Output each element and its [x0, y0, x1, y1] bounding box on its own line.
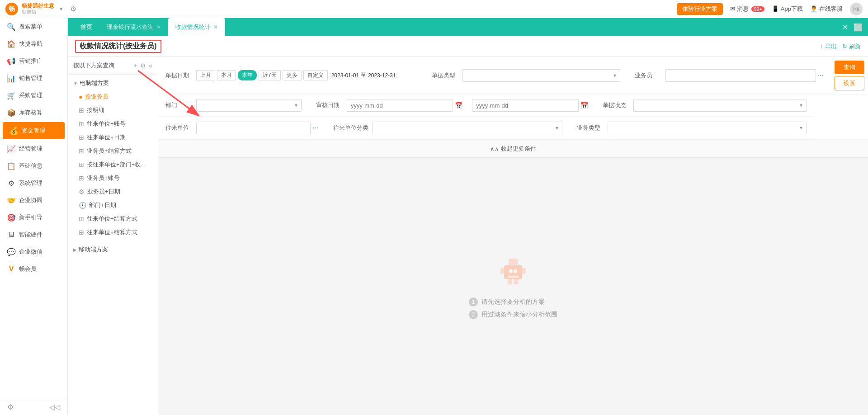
export-label: 导出	[825, 42, 837, 51]
calendar-from-icon[interactable]: 📅	[455, 102, 462, 109]
service-btn[interactable]: 👨‍💼 在线客服	[810, 5, 843, 13]
sidebar-item-label: 新手引导	[19, 213, 42, 222]
page-header: 收款情况统计(按业务员) ↑ 导出 ↻ 刷新	[68, 36, 868, 57]
scheme-item-counterpart-acct[interactable]: ⊞ 往来单位+账号	[68, 117, 158, 131]
date-btn-more[interactable]: 更多	[283, 70, 302, 80]
sidebar-item-quicknav[interactable]: 🏠 快捷导航	[0, 35, 67, 52]
audit-date-to[interactable]	[472, 99, 578, 112]
tab-stats-close[interactable]: ✕	[213, 24, 218, 30]
scheme-group-mobile: ▶ 移动端方案	[68, 241, 158, 258]
sidebar-item-member[interactable]: V 畅会员	[0, 260, 67, 278]
filter-salesman: 业务员 ···	[627, 57, 831, 94]
sidebar-item-wechat[interactable]: 💬 企业微信	[0, 243, 67, 260]
audit-date-from[interactable]	[347, 99, 453, 112]
sidebar-item-purchase[interactable]: 🛒 采购管理	[0, 87, 67, 104]
settings-btn[interactable]: 设置	[835, 76, 864, 90]
sidebar-item-enterprise[interactable]: 🤝 企业协同	[0, 192, 67, 209]
date-btn-this-month[interactable]: 本月	[217, 70, 236, 80]
filter-date: 单据日期 上月 本月 本年 近7天 更多 自定义 2023-01-01	[158, 57, 425, 94]
scheme-item-counterpart-date[interactable]: ⊞ 往来单位+日期	[68, 131, 158, 144]
download-btn[interactable]: 📱 App下载	[772, 5, 803, 13]
scheme-item-dept-date[interactable]: 🕐 部门+日期	[68, 198, 158, 212]
sidebar-item-label: 畅会员	[19, 265, 37, 273]
filter-dept: 部门 ▾	[158, 94, 309, 117]
sidebar-item-inventory[interactable]: 📦 库存核算	[0, 104, 67, 121]
empty-state: 1 请先选择要分析的方案 2 用过滤条件来缩小分析范围	[158, 158, 868, 415]
tab-bank-close[interactable]: ✕	[156, 24, 161, 30]
scheme-group-header-mobile[interactable]: ▶ 移动端方案	[68, 243, 158, 256]
scheme-settings-btn[interactable]: ⚙	[140, 62, 146, 69]
sidebar-item-sales[interactable]: 📊 销售管理	[0, 70, 67, 87]
date-btn-custom[interactable]: 自定义	[303, 70, 328, 80]
calendar-to-icon[interactable]: 📅	[580, 102, 588, 109]
top-bar-left: 畅 畅捷通好生意 标准版 ▾ ⚙	[5, 3, 76, 15]
scheme-item-detail[interactable]: ⊞ 按明细	[68, 104, 158, 117]
tab-home-label: 首页	[80, 23, 92, 31]
sidebar-item-search[interactable]: 🔍 搜索菜单	[0, 18, 67, 35]
date-btn-this-year[interactable]: 本年	[238, 70, 257, 80]
close-window-icon[interactable]: ✕	[842, 23, 848, 32]
scheme-item-salesman-date[interactable]: ⚙ 业务员+日期	[68, 185, 158, 198]
counterpart-more-btn[interactable]: ···	[312, 124, 318, 132]
sidebar-collapse-icon[interactable]: ◁◁	[49, 403, 60, 411]
group-expand-icon: ▼	[73, 81, 78, 86]
counterpart-category-label: 往来单位分类	[333, 124, 368, 132]
sidebar-item-guide[interactable]: 🎯 新手引导	[0, 209, 67, 226]
filter-row-3: 往来单位 ··· 往来单位分类 ▾	[158, 117, 868, 140]
counterpart-input[interactable]	[196, 122, 311, 134]
sidebar-item-operation[interactable]: 📈 经营管理	[0, 140, 67, 157]
settings-icon[interactable]: ⚙	[70, 5, 76, 13]
dropdown-icon[interactable]: ▾	[60, 5, 63, 12]
scheme-add-btn[interactable]: +	[134, 62, 137, 69]
scheme-item-label: 业务员+账号	[87, 174, 120, 182]
sidebar-bottom-settings-icon[interactable]: ⚙	[7, 403, 14, 411]
maximize-window-icon[interactable]: ⬜	[854, 23, 863, 32]
date-btn-7days[interactable]: 近7天	[259, 70, 281, 80]
counterpart-category-select[interactable]: ▾	[372, 122, 563, 134]
sidebar-item-hardware[interactable]: 🖥 智能硬件	[0, 226, 67, 243]
doc-type-select[interactable]: ▾	[462, 69, 621, 82]
biz-type-select[interactable]: ▾	[608, 122, 807, 134]
scheme-item-salesman-settle[interactable]: ⊞ 业务员+结算方式	[68, 144, 158, 158]
purchase-icon: 🛒	[7, 91, 15, 99]
scheme-item-icon: ⊞	[79, 215, 84, 222]
tab-stats-label: 收款情况统计	[175, 23, 211, 31]
scheme-group-label: 电脑端方案	[80, 79, 109, 87]
scheme-group-header-pc[interactable]: ▼ 电脑端方案	[68, 76, 158, 90]
dept-select[interactable]: ▾	[196, 99, 302, 112]
sidebar-item-label: 销售管理	[19, 74, 42, 82]
query-btn[interactable]: 查询	[835, 61, 864, 74]
tab-home[interactable]: 首页	[73, 18, 99, 36]
scheme-item-icon: ⊞	[79, 120, 84, 127]
trial-btn[interactable]: 体验行业方案	[677, 3, 723, 15]
user-avatar[interactable]: Rit	[850, 3, 863, 15]
scheme-group-label: 移动端方案	[79, 245, 108, 254]
scheme-item-counterpart-settle2[interactable]: ⊞ 往来单位+结算方式	[68, 226, 158, 239]
sidebar-item-system[interactable]: ⚙ 系统管理	[0, 174, 67, 192]
salesman-select[interactable]	[665, 69, 816, 82]
doc-type-label: 单据类型	[432, 71, 459, 80]
tab-bank[interactable]: 现金银行流水查询 ✕	[99, 18, 168, 36]
doc-status-select[interactable]: ▾	[633, 99, 807, 112]
collapse-bar[interactable]: ∧∧ 收起更多条件	[158, 140, 868, 157]
tab-stats[interactable]: 收款情况统计 ✕	[168, 18, 225, 36]
sidebar-item-finance[interactable]: 💰 资金管理	[3, 122, 65, 139]
audit-date-control: 📅 — 📅	[347, 99, 588, 112]
scheme-item-counterpart-dept[interactable]: ⊞ 按往来单位+部门+收...	[68, 158, 158, 171]
hint-num-2: 2	[469, 310, 478, 319]
sidebar-item-marketing[interactable]: 📢 营销推广	[0, 52, 67, 70]
salesman-more-btn[interactable]: ···	[818, 71, 824, 80]
biz-type-chevron: ▾	[800, 125, 802, 131]
sidebar-item-basic[interactable]: 📋 基础信息	[0, 157, 67, 174]
scheme-item-counterpart-settle1[interactable]: ⊞ 往来单位+结算方式	[68, 212, 158, 226]
refresh-btn[interactable]: ↻ 刷新	[842, 42, 861, 51]
scheme-item-salesman[interactable]: ● 按业务员	[68, 90, 158, 104]
sidebar-item-label: 营销推广	[19, 57, 42, 65]
message-btn[interactable]: ✉ 消息 99+	[730, 5, 764, 13]
export-btn[interactable]: ↑ 导出	[821, 42, 837, 51]
date-btn-last-month[interactable]: 上月	[196, 70, 215, 80]
scheme-collapse-btn[interactable]: «	[149, 62, 152, 69]
scheme-item-salesman-acct[interactable]: ⊞ 业务员+账号	[68, 171, 158, 185]
scheme-actions: + ⚙ «	[134, 62, 152, 69]
sidebar: 🔍 搜索菜单 🏠 快捷导航 📢 营销推广 📊 销售管理 🛒 采购管理 📦	[0, 18, 68, 415]
